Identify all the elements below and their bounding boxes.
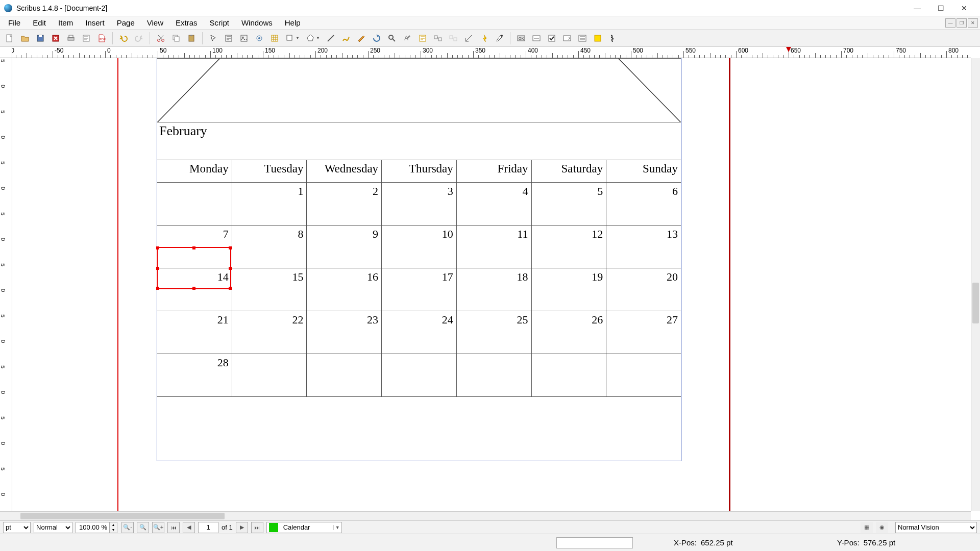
paste-icon[interactable] [185,32,198,45]
vertical-ruler[interactable]: 505050505050505050 [0,58,12,511]
calendar-cell[interactable]: 21 [157,311,232,354]
calendar-cell[interactable]: 11 [456,226,531,268]
mdi-minimize-button[interactable]: — [945,18,955,28]
pdf-text-icon[interactable] [530,32,543,45]
calendar-cell[interactable]: 17 [382,268,457,311]
print-icon[interactable] [64,32,78,45]
unit-select[interactable]: pt [3,522,31,533]
redo-icon[interactable] [132,32,145,45]
mdi-restore-button[interactable]: ❐ [957,18,967,28]
calendar-cell[interactable]: 18 [456,268,531,311]
pdf-button-icon[interactable]: OK [514,32,528,45]
unlink-frames-icon[interactable] [447,32,460,45]
zoom-spinner[interactable]: ▲▼ [109,522,117,533]
table-icon[interactable] [268,32,281,45]
bezier-tool-icon[interactable] [339,32,353,45]
measure-tool-icon[interactable] [462,32,475,45]
calendar-cell[interactable] [531,354,606,397]
last-page-icon[interactable]: ⏭ [251,522,263,533]
first-page-icon[interactable]: ⏮ [167,522,180,533]
line-tool-icon[interactable] [324,32,337,45]
zoom-field[interactable] [76,522,109,533]
close-button[interactable]: ✕ [952,0,976,16]
menu-view[interactable]: View [141,16,169,29]
copy-properties-icon[interactable] [477,32,491,45]
calendar-cell[interactable]: 27 [606,311,681,354]
calendar-cell[interactable] [157,183,232,226]
calendar-cell[interactable]: 23 [307,311,382,354]
calendar-cell[interactable]: 1 [232,183,307,226]
story-editor-icon[interactable] [416,32,429,45]
calendar-cell[interactable] [232,354,307,397]
calendar-cell[interactable]: 15 [232,268,307,311]
pdf-link-icon[interactable] [606,32,620,45]
polygon-tool-icon[interactable]: ▼ [304,32,322,45]
menu-windows[interactable]: Windows [235,16,279,29]
maximize-button[interactable]: ☐ [929,0,952,16]
horizontal-scrollbar[interactable] [0,511,971,520]
menu-script[interactable]: Script [204,16,235,29]
select-tool-icon[interactable] [207,32,220,45]
menu-help[interactable]: Help [279,16,307,29]
open-icon[interactable] [18,32,32,45]
undo-icon[interactable] [117,32,130,45]
vertical-scrollbar[interactable] [971,58,980,511]
calendar-cell[interactable]: 7 [157,226,232,268]
rotate-tool-icon[interactable] [370,32,383,45]
image-frame-icon[interactable] [237,32,251,45]
zoom-reset-icon[interactable]: 🔍 [137,522,149,533]
calendar-cell[interactable]: 14 [157,268,232,311]
calendar-cell[interactable]: 2 [307,183,382,226]
zoom-input[interactable]: ▲▼ [76,522,118,533]
calendar-cell[interactable]: 20 [606,268,681,311]
link-frames-icon[interactable] [431,32,445,45]
calendar-cell[interactable]: 22 [232,311,307,354]
edit-text-icon[interactable]: A [401,32,414,45]
next-page-icon[interactable]: ▶ [236,522,248,533]
copy-icon[interactable] [169,32,183,45]
cut-icon[interactable] [154,32,167,45]
menu-extras[interactable]: Extras [169,16,204,29]
calendar-cell[interactable]: 12 [531,226,606,268]
calendar-cell[interactable]: 25 [456,311,531,354]
layer-select[interactable]: Calendar ▼ [266,522,342,533]
zoom-tool-icon[interactable] [385,32,399,45]
menu-edit[interactable]: Edit [27,16,52,29]
calendar-cell[interactable]: 3 [382,183,457,226]
calendar-cell[interactable]: 4 [456,183,531,226]
preflight-icon[interactable] [80,32,93,45]
pdf-combo-icon[interactable] [560,32,574,45]
zoom-out-icon[interactable]: 🔍- [121,522,134,533]
prev-page-icon[interactable]: ◀ [183,522,195,533]
page-canvas[interactable]: February MondayTuesdayWednesdayThursdayF… [12,58,971,511]
calendar-cell[interactable]: 24 [382,311,457,354]
display-select[interactable]: Normal [34,522,72,533]
calendar-cell[interactable]: 19 [531,268,606,311]
text-frame-icon[interactable] [222,32,235,45]
calendar-cell[interactable] [606,354,681,397]
page-number-input[interactable] [198,522,218,533]
eyedropper-icon[interactable] [493,32,506,45]
pdf-icon[interactable]: PDF [95,32,108,45]
calendar-cell[interactable]: 13 [606,226,681,268]
vision-select[interactable]: Normal Vision [895,522,977,533]
cms-icon[interactable]: ◉ [876,522,888,533]
calendar-cell[interactable]: 10 [382,226,457,268]
calendar-cell[interactable]: 8 [232,226,307,268]
shape-tool-icon[interactable]: ▼ [283,32,302,45]
menu-item[interactable]: Item [52,16,79,29]
minimize-button[interactable]: — [905,0,929,16]
calendar-cell[interactable] [456,354,531,397]
menu-page[interactable]: Page [111,16,141,29]
save-icon[interactable] [34,32,47,45]
calendar-cell[interactable] [307,354,382,397]
calendar-cell[interactable]: 26 [531,311,606,354]
calendar-cell[interactable]: 28 [157,354,232,397]
calendar-cell[interactable]: 6 [606,183,681,226]
mdi-close-button[interactable]: ✕ [968,18,978,28]
render-frame-icon[interactable] [253,32,266,45]
new-icon[interactable] [3,32,16,45]
calendar-cell[interactable]: 9 [307,226,382,268]
freehand-tool-icon[interactable] [355,32,368,45]
calendar-cell[interactable] [382,354,457,397]
